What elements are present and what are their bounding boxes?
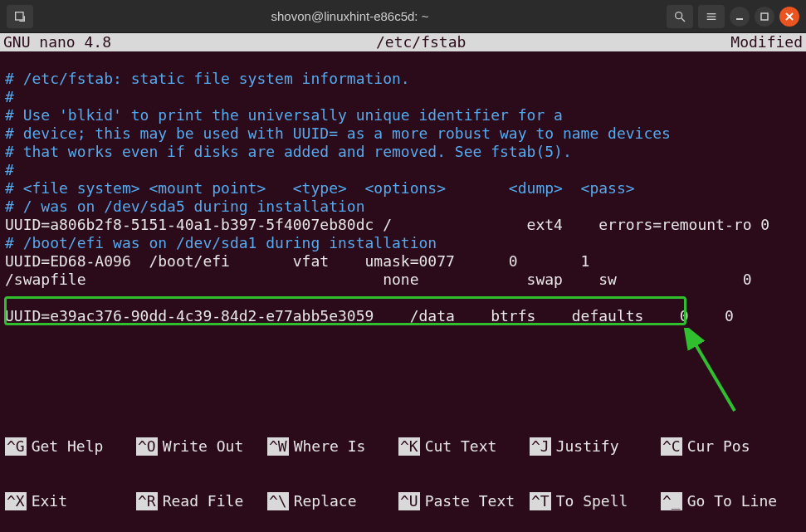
- maximize-button[interactable]: [755, 7, 774, 27]
- shortcut-get-help: ^GGet Help: [5, 437, 136, 456]
- content-line: # /etc/fstab: static file system informa…: [5, 70, 410, 87]
- menu-button[interactable]: [698, 5, 725, 28]
- content-line: #: [5, 88, 14, 105]
- shortcut-justify: ^JJustify: [530, 437, 661, 456]
- window-title: shovon@linuxhint-e86c5d: ~: [40, 9, 660, 23]
- shortcut-cut-text: ^KCut Text: [398, 437, 530, 456]
- svg-rect-0: [16, 12, 23, 19]
- window-titlebar: shovon@linuxhint-e86c5d: ~: [0, 0, 806, 33]
- content-line: # <file system> <mount point> <type> <op…: [5, 179, 635, 197]
- nano-shortcuts: ^GGet Help ^OWrite Out ^WWhere Is ^KCut …: [0, 401, 806, 532]
- minimize-button[interactable]: [730, 7, 750, 27]
- shortcut-read-file: ^RRead File: [136, 492, 267, 510]
- shortcut-row: ^XExit ^RRead File ^\Replace ^UPaste Tex…: [5, 492, 801, 510]
- nano-statusbar: GNU nano 4.8 /etc/fstab Modified: [0, 33, 806, 51]
- content-line: # Use 'blkid' to print the universally u…: [5, 106, 563, 124]
- shortcut-row: ^GGet Help ^OWrite Out ^WWhere Is ^KCut …: [5, 437, 801, 456]
- close-button[interactable]: [779, 7, 799, 27]
- content-line: # that works even if disks are added and…: [5, 143, 572, 160]
- svg-line-2: [681, 18, 685, 22]
- shortcut-exit: ^XExit: [5, 492, 136, 510]
- content-line: UUID=a806b2f8-5151-40a1-b397-5f4007eb80d…: [5, 216, 806, 233]
- new-tab-button[interactable]: [7, 5, 33, 28]
- content-line: UUID=ED68-A096 /boot/efi vfat umask=0077…: [5, 252, 589, 270]
- content-line: /swapfile none swap sw 0 0: [5, 271, 806, 288]
- shortcut-write-out: ^OWrite Out: [136, 437, 267, 456]
- svg-point-1: [676, 12, 682, 18]
- shortcut-replace: ^\Replace: [267, 492, 398, 510]
- shortcut-where-is: ^WWhere Is: [267, 437, 398, 456]
- content-line: # /boot/efi was on /dev/sda1 during inst…: [5, 234, 437, 251]
- modified-indicator: Modified: [714, 33, 803, 51]
- svg-rect-7: [761, 13, 768, 20]
- shortcut-cur-pos: ^CCur Pos: [661, 437, 792, 456]
- shortcut-go-to-line: ^_Go To Line: [661, 492, 792, 510]
- content-line: # / was on /dev/sda5 during installation: [5, 198, 364, 215]
- file-content[interactable]: # /etc/fstab: static file system informa…: [0, 51, 806, 344]
- shortcut-paste-text: ^UPaste Text: [398, 492, 530, 510]
- content-line: UUID=e39ac376-90dd-4c39-84d2-e77abb5e305…: [5, 307, 734, 325]
- content-line: #: [5, 161, 14, 178]
- content-line: # device; this may be used with UUID= as…: [5, 124, 671, 142]
- search-button[interactable]: [667, 5, 693, 28]
- editor-area[interactable]: GNU nano 4.8 /etc/fstab Modified # /etc/…: [0, 33, 806, 344]
- shortcut-to-spell: ^TTo Spell: [530, 492, 661, 510]
- file-path: /etc/fstab: [128, 33, 714, 51]
- editor-name: GNU nano 4.8: [3, 33, 128, 51]
